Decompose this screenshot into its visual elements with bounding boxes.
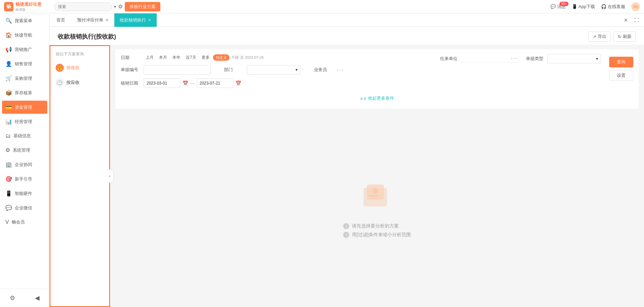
sidebar-settings-button[interactable]: ⚙: [7, 292, 18, 304]
page-header: 收款核销执行(按收款) ↗ 导出 ↻ 刷新: [50, 27, 644, 45]
page-title: 收款核销执行(按收款): [58, 33, 116, 41]
logo-icon: 畅: [4, 2, 13, 11]
industry-solution-button[interactable]: 体验行业方案: [125, 2, 160, 11]
tab-maximize-button[interactable]: ⛶: [632, 15, 641, 25]
app-download-button[interactable]: 📱 App下载: [572, 4, 595, 10]
sidebar-item-wechat[interactable]: 💬 企业微信: [0, 201, 49, 215]
this-month-shortcut[interactable]: 本月: [157, 54, 169, 61]
page-header-actions: ↗ 导出 ↻ 刷新: [588, 32, 636, 42]
sidebar-item-basic[interactable]: 🗂 基础信息: [0, 129, 49, 143]
message-icon: 💬: [550, 4, 556, 9]
receipt-icon: 💰: [56, 64, 64, 72]
settings-icon[interactable]: ⚙: [116, 2, 125, 11]
finance-icon: 💳: [5, 104, 12, 110]
date-shortcuts: 上月 本月 本年 近7天 更多 自定义 不限 至 2023-07-26: [144, 54, 264, 61]
content-area: 首页 预付冲应付单 ✕ 收款核销执行 ✕ ✕ ⛶ 收款核销执行(按收款) ↗ 导…: [50, 13, 644, 307]
purchase-icon: 🛒: [5, 75, 12, 82]
empty-tips: 1 请先选择要分析的方案 2 用[过滤]条件来缩小分析范围: [343, 223, 411, 238]
sidebar-item-marketing[interactable]: 📢 营销推广: [0, 42, 49, 57]
dept-label: 部门: [224, 67, 241, 73]
basic-icon: 🗂: [5, 133, 11, 139]
app-logo: 畅 畅捷通好生意 标准版: [4, 1, 51, 12]
settings-button[interactable]: 设置: [609, 70, 633, 81]
sidebar-item-system[interactable]: ⚙ 系统管理: [0, 143, 49, 157]
sidebar-item-operation[interactable]: 📊 经营管理: [0, 114, 49, 129]
filter-option-by-receipt[interactable]: 💰 按收款: [50, 60, 109, 75]
marketing-icon: 📢: [5, 46, 12, 53]
tip-number-1: 1: [343, 223, 349, 229]
online-service-button[interactable]: 🎧 在线客服: [601, 4, 625, 10]
more-shortcut[interactable]: 更多: [200, 54, 212, 61]
svg-point-2: [373, 188, 378, 193]
sidebar-item-hardware[interactable]: 📱 智能硬件: [0, 186, 49, 201]
bill-type-select[interactable]: ▾: [547, 54, 601, 63]
sidebar-item-inventory[interactable]: 📦 库存核算: [0, 86, 49, 100]
custom-shortcut[interactable]: 自定义: [213, 54, 229, 61]
system-icon: ⚙: [5, 147, 10, 153]
sidebar-item-purchase[interactable]: 🛒 采购管理: [0, 71, 49, 86]
date-label: 日期: [121, 55, 138, 61]
collapse-conditions-button[interactable]: ∧∧ 收起更多条件: [360, 93, 394, 104]
staff-label: 业务员: [314, 67, 331, 73]
app-download-icon: 📱: [572, 4, 577, 9]
refresh-button[interactable]: ↻ 刷新: [613, 32, 636, 42]
export-icon: ↗: [593, 34, 596, 39]
filter-option-by-receivable[interactable]: 🕐 按应收: [50, 75, 109, 90]
tab-close-collect[interactable]: ✕: [148, 18, 151, 22]
sidebar-item-search[interactable]: 🔍 搜索菜单: [0, 13, 49, 28]
writeoff-date-start-input[interactable]: [144, 79, 180, 88]
tab-close-all-button[interactable]: ✕: [621, 15, 631, 25]
empty-state: 1 请先选择要分析的方案 2 用[过滤]条件来缩小分析范围: [110, 109, 644, 307]
last-7days-shortcut[interactable]: 近7天: [184, 54, 198, 61]
filter-panel-toggle[interactable]: «: [107, 169, 113, 183]
query-form: 日期 上月 本月 本年 近7天 更多 自定义 不限 至 2023-07-26: [115, 49, 639, 109]
tab-home[interactable]: 首页: [50, 17, 72, 23]
staff-dots-button[interactable]: ···: [337, 66, 344, 73]
app-brand-name: 畅捷通好生意 标准版: [15, 1, 42, 12]
guide-icon: 🎯: [5, 176, 12, 182]
writeoff-date-end-calendar-icon[interactable]: 📅: [235, 81, 241, 86]
bill-no-input[interactable]: [144, 65, 211, 74]
filter-panel-title: 按以下方案查询: [50, 50, 109, 60]
bill-no-label: 单据编号: [121, 67, 138, 73]
writeoff-date-start-calendar-icon[interactable]: 📅: [182, 81, 188, 86]
tab-close-prepay[interactable]: ✕: [105, 18, 109, 22]
refresh-icon: ↻: [618, 34, 622, 39]
sidebar-item-sales[interactable]: 👤 销售管理: [0, 57, 49, 71]
sidebar: 🔍 搜索菜单 🏠 快捷导航 📢 营销推广 👤 销售管理 🛒 采购管理 📦 库存核…: [0, 13, 50, 307]
sidebar-item-finance[interactable]: 💳 资金管理: [2, 101, 47, 114]
filter-panel: 按以下方案查询 💰 按收款 🕐 按应收 «: [50, 45, 110, 307]
headset-icon: 🎧: [601, 4, 606, 9]
topbar-right: 💬 消息 99+ 📱 App下载 🎧 在线客服 Rit: [550, 2, 640, 11]
sidebar-item-vip[interactable]: V 畅会员: [0, 215, 49, 229]
lightning-icon: 🏠: [5, 32, 12, 38]
tab-collect[interactable]: 收款核销执行 ✕: [114, 13, 157, 27]
sidebar-collapse-button[interactable]: ◀: [32, 292, 42, 304]
sidebar-item-cooperation[interactable]: 🏢 企业协同: [0, 157, 49, 172]
sidebar-item-shortcut[interactable]: 🏠 快捷导航: [0, 28, 49, 42]
query-button[interactable]: 查询: [609, 57, 633, 67]
bill-type-dropdown-icon: ▾: [596, 56, 598, 61]
bill-type-label: 单据类型: [526, 56, 543, 62]
tab-prepay[interactable]: 预付冲应付单 ✕: [72, 13, 114, 27]
tab-bar: 首页 预付冲应付单 ✕ 收款核销执行 ✕ ✕ ⛶: [50, 13, 644, 27]
writeoff-date-group: 📅 — 📅: [144, 79, 241, 88]
empty-tip-1: 1 请先选择要分析的方案: [343, 223, 411, 229]
search-input[interactable]: [54, 2, 112, 11]
this-year-shortcut[interactable]: 本年: [170, 54, 182, 61]
writeoff-date-end-input[interactable]: [197, 79, 233, 88]
receivable-icon: 🕐: [56, 79, 64, 87]
wechat-icon: 💬: [5, 205, 12, 211]
user-avatar[interactable]: Rit: [631, 2, 640, 11]
dept-dropdown-icon: ▾: [296, 67, 298, 72]
dept-select[interactable]: ▾: [247, 65, 301, 74]
counterpart-dots-button[interactable]: ···: [462, 55, 518, 63]
svg-rect-3: [369, 195, 379, 197]
last-month-shortcut[interactable]: 上月: [144, 54, 156, 61]
vip-icon: V: [5, 219, 9, 225]
message-button[interactable]: 💬 消息 99+: [550, 4, 566, 10]
writeoff-date-label: 核销日期: [121, 80, 138, 86]
sidebar-item-guide[interactable]: 🎯 新手引导: [0, 172, 49, 186]
date-no-limit-label: 不限: [231, 55, 239, 60]
export-button[interactable]: ↗ 导出: [588, 32, 611, 42]
